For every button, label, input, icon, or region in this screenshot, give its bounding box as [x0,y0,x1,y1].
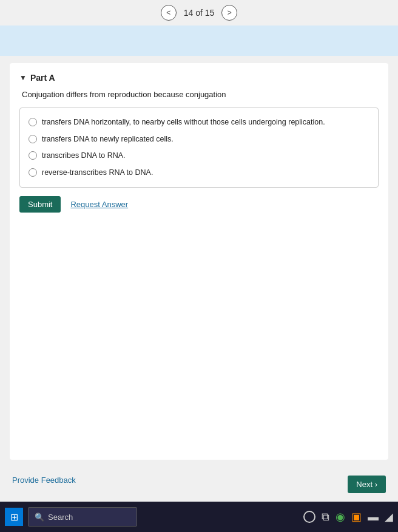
next-icon: > [228,9,232,17]
radio-opt2[interactable] [29,135,37,143]
banner [0,26,398,56]
option-text-4: reverse-transcribes RNA to DNA. [42,168,153,179]
request-answer-button[interactable]: Request Answer [70,200,128,209]
collapse-icon[interactable]: ▼ [19,73,27,82]
taskbar: ⊞ 🔍 Search ⧉ ◉ ▣ ▬ ◢ [0,502,398,532]
options-box: transfers DNA horizontally, to nearby ce… [19,107,379,188]
next-button[interactable]: Next › [348,476,386,493]
app-icon-3[interactable]: ▬ [368,511,379,523]
option-item[interactable]: transcribes DNA to RNA. [29,148,369,165]
search-label: Search [48,513,73,522]
start-button[interactable]: ⊞ [5,508,23,526]
top-nav: < 14 of 15 > [0,0,398,26]
question-text: Conjugation differs from reproduction be… [19,90,379,99]
task-view-icon[interactable]: ⧉ [322,511,329,523]
radio-opt1[interactable] [29,118,37,126]
option-text-1: transfers DNA horizontally, to nearby ce… [42,117,325,128]
search-icon: 🔍 [35,513,44,522]
provide-feedback-link[interactable]: Provide Feedback [12,476,76,485]
next-nav-button[interactable]: > [221,5,237,21]
option-text-3: transcribes DNA to RNA. [42,151,126,162]
option-item[interactable]: transfers DNA horizontally, to nearby ce… [29,114,369,131]
app-icon-2[interactable]: ▣ [351,510,362,523]
submit-button[interactable]: Submit [19,196,61,213]
prev-button[interactable]: < [161,5,177,21]
nav-count: 14 of 15 [184,8,215,18]
windows-icon: ⊞ [10,511,18,523]
bottom-section: Provide Feedback Next › [0,467,398,502]
radio-opt3[interactable] [29,151,37,160]
cortana-icon[interactable] [303,511,315,523]
part-header: ▼ Part A [19,73,379,83]
radio-opt4[interactable] [29,168,37,177]
app-icon-1[interactable]: ◉ [336,510,345,523]
prev-icon: < [166,9,170,17]
taskbar-icons: ⧉ ◉ ▣ ▬ ◢ [303,510,393,523]
content-area: < 14 of 15 > ▼ Part A Conjugation differ… [0,0,398,502]
screen: < 14 of 15 > ▼ Part A Conjugation differ… [0,0,398,532]
action-row: Submit Request Answer [19,196,379,213]
option-text-2: transfers DNA to newly replicated cells. [42,134,174,145]
quiz-panel: ▼ Part A Conjugation differs from reprod… [10,63,388,460]
taskbar-search[interactable]: 🔍 Search [28,507,137,527]
option-item[interactable]: transfers DNA to newly replicated cells. [29,131,369,148]
option-item[interactable]: reverse-transcribes RNA to DNA. [29,165,369,182]
part-title: Part A [30,73,55,83]
app-icon-4[interactable]: ◢ [385,510,393,523]
